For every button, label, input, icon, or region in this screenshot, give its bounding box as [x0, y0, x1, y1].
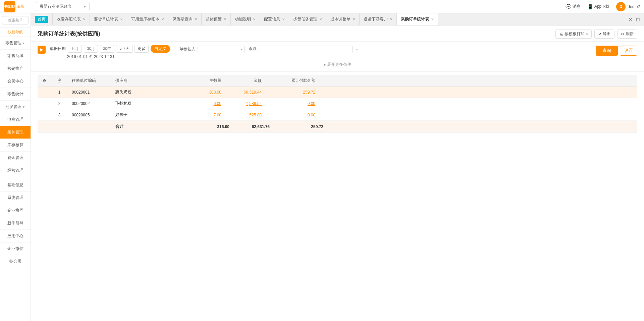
tab-close-icon[interactable]: ✕	[353, 17, 355, 21]
cell-qty[interactable]: 303.00	[185, 87, 225, 98]
sidebar-item-enterprise-coop[interactable]: 企业协同	[0, 204, 31, 217]
main-content: 首页 收发存汇总表 ✕ 要货单统计表 ✕ 可用量库存账本 ✕ 保质期查询 ✕ 超…	[31, 13, 644, 321]
tab-close-icon[interactable]: ✕	[253, 17, 256, 21]
refresh-icon: ↺	[621, 32, 624, 37]
expand-icon: ▾	[324, 62, 326, 67]
table-footer: 合计 316.00 62,631.76 259.72	[38, 121, 637, 132]
footer-label: 合计	[115, 124, 123, 129]
filter-row: ▶ 单据日期 上月 本月 本年 近7天 更多 自定义 2016-01-01	[38, 45, 637, 60]
sidebar-item-ecommerce[interactable]: 电商管理	[0, 113, 31, 126]
tab-overstock-warning[interactable]: 超储预警 ✕	[202, 13, 231, 25]
tab-close-icon[interactable]: ✕	[431, 17, 434, 21]
date-option-this-year[interactable]: 本年	[100, 45, 114, 53]
cell-no: 2	[51, 98, 68, 109]
sidebar-item-retail-mgmt[interactable]: 零售管理▲	[0, 37, 31, 50]
sidebar-item-app-center[interactable]: 应用中心	[0, 230, 31, 243]
cell-amount[interactable]: 525.80	[225, 109, 266, 121]
settings-button[interactable]: 设置	[620, 46, 637, 56]
cell-supplier: 飞鹤奶粉	[111, 98, 185, 109]
sidebar-item-retail-shop[interactable]: 零售商城	[0, 50, 31, 62]
template-print-button[interactable]: 🖨 按模板打印 ▾	[555, 30, 592, 39]
col-header-code: 往来单位编码	[68, 75, 111, 87]
sidebar-quick-nav[interactable]: 快捷导航	[0, 28, 31, 37]
tab-close-icon[interactable]: ✕	[224, 17, 226, 21]
sidebar-item-wholesale-mgmt[interactable]: 批发管理▼	[0, 101, 31, 113]
tab-purchase-stats[interactable]: 采购订单统计表 ✕	[397, 13, 438, 25]
cell-paid[interactable]: 0.00	[266, 109, 319, 121]
date-option-this-month[interactable]: 本月	[84, 45, 98, 53]
logo-icon: 畅捷通好生意	[4, 1, 15, 12]
tab-home[interactable]: 首页	[31, 13, 53, 25]
tab-pick-task[interactable]: 拣货任务管理 ✕	[289, 13, 326, 25]
tab-close-icon[interactable]: ✕	[161, 17, 164, 21]
search-menu-btn[interactable]: 搜索菜单	[2, 16, 29, 24]
refresh-button[interactable]: ↺ 刷新	[617, 30, 637, 39]
tab-bar-actions: ✕ ⊡	[625, 16, 644, 23]
user-avatar[interactable]: D demo2	[616, 2, 640, 11]
sidebar-item-purchase-mgmt[interactable]: 采购管理	[0, 126, 31, 139]
tab-close-icon[interactable]: ✕	[319, 17, 322, 21]
filter-toggle-button[interactable]: ▶	[38, 46, 46, 54]
sidebar-divider	[0, 178, 31, 178]
sidebar-search-button[interactable]: 搜索菜单	[0, 13, 31, 28]
expand-more-button[interactable]: ▾ 展开更多条件	[324, 62, 351, 67]
expand-icon: ▲	[22, 41, 25, 45]
app-download-button[interactable]: 📱 App下载	[587, 4, 609, 9]
tab-config-info[interactable]: 配置信息 ✕	[260, 13, 289, 25]
tab-available-inventory[interactable]: 可用量库存账本 ✕	[127, 13, 168, 25]
export-button[interactable]: ↗ 导出	[594, 30, 614, 39]
cell-paid[interactable]: 259.72	[266, 87, 319, 98]
sidebar-item-basic-info[interactable]: 基础信息	[0, 179, 31, 192]
sidebar-item-enterprise-wechat[interactable]: 企业微信	[0, 243, 31, 255]
workspace-selector[interactable]: 母婴行业演示账套 ▾	[36, 2, 90, 11]
tab-func-desc[interactable]: 功能说明 ✕	[231, 13, 260, 25]
tab-cost-adjust[interactable]: 成本调整单 ✕	[326, 13, 360, 25]
status-select[interactable]	[198, 46, 245, 53]
sidebar-item-vip[interactable]: 畅会员	[0, 255, 31, 268]
date-option-more[interactable]: 更多	[135, 45, 149, 53]
tab-close-all-button[interactable]: ✕	[627, 16, 634, 23]
date-option-7days[interactable]: 近7天	[116, 45, 132, 53]
tab-close-icon[interactable]: ✕	[120, 17, 123, 21]
sidebar-item-finance[interactable]: 资金管理	[0, 152, 31, 164]
settings-gear-icon[interactable]: ⚙	[43, 78, 46, 83]
tab-close-icon[interactable]: ✕	[83, 17, 86, 21]
tab-expiry-query[interactable]: 保质期查询 ✕	[168, 13, 202, 25]
cell-code: 00020002	[68, 98, 111, 109]
tab-close-icon[interactable]: ✕	[390, 17, 392, 21]
sidebar-item-member[interactable]: 会员中心	[0, 75, 31, 88]
tab-close-icon[interactable]: ✕	[195, 17, 197, 21]
cell-qty[interactable]: 6.00	[185, 98, 225, 109]
col-header-qty: 主数量	[185, 75, 225, 87]
tab-goods-stats[interactable]: 要货单统计表 ✕	[90, 13, 127, 25]
cell-amount[interactable]: 60,519.44	[225, 87, 266, 98]
sidebar-item-retail-stats[interactable]: 零售统计	[0, 88, 31, 101]
query-actions: 查询 设置	[596, 46, 637, 56]
date-option-last-month[interactable]: 上月	[68, 45, 82, 53]
page-content: 采购订单统计表(按供应商) 🖨 按模板打印 ▾ ↗ 导出 ↺ 刷新	[31, 25, 644, 321]
footer-amount: 62,631.76	[252, 124, 270, 129]
cell-paid[interactable]: 0.00	[266, 98, 319, 109]
page-title: 采购订单统计表(按供应商)	[38, 31, 100, 38]
product-input[interactable]	[259, 46, 353, 53]
print-icon: 🖨	[559, 32, 563, 37]
sidebar-item-sys-mgmt[interactable]: 系统管理	[0, 192, 31, 204]
product-more-button[interactable]: ···	[355, 47, 361, 52]
date-option-custom[interactable]: 自定义	[151, 45, 170, 53]
sidebar-item-ops-mgmt[interactable]: 经营管理	[0, 164, 31, 177]
cell-amount[interactable]: 1,586.52	[225, 98, 266, 109]
tab-close-icon[interactable]: ✕	[282, 17, 285, 21]
sidebar-item-marketing[interactable]: 营销推广	[0, 62, 31, 75]
workspace-dropdown-icon: ▾	[84, 4, 86, 9]
cell-qty[interactable]: 7.00	[185, 109, 225, 121]
tab-receivable-summary[interactable]: 收发存汇总表 ✕	[53, 13, 90, 25]
message-button[interactable]: 💬 消息	[566, 4, 581, 9]
tab-expand-button[interactable]: ⊡	[635, 16, 641, 23]
tab-invite-downstream[interactable]: 邀请下游客户 ✕	[360, 13, 397, 25]
sidebar-item-inventory[interactable]: 库存核算	[0, 139, 31, 152]
query-button[interactable]: 查询	[596, 46, 618, 56]
date-label: 单据日期	[50, 46, 66, 52]
col-header-no: 序	[51, 75, 68, 87]
sidebar-item-new-guide[interactable]: 新手引导	[0, 217, 31, 230]
cell-supplier: 好孩子	[111, 109, 185, 121]
